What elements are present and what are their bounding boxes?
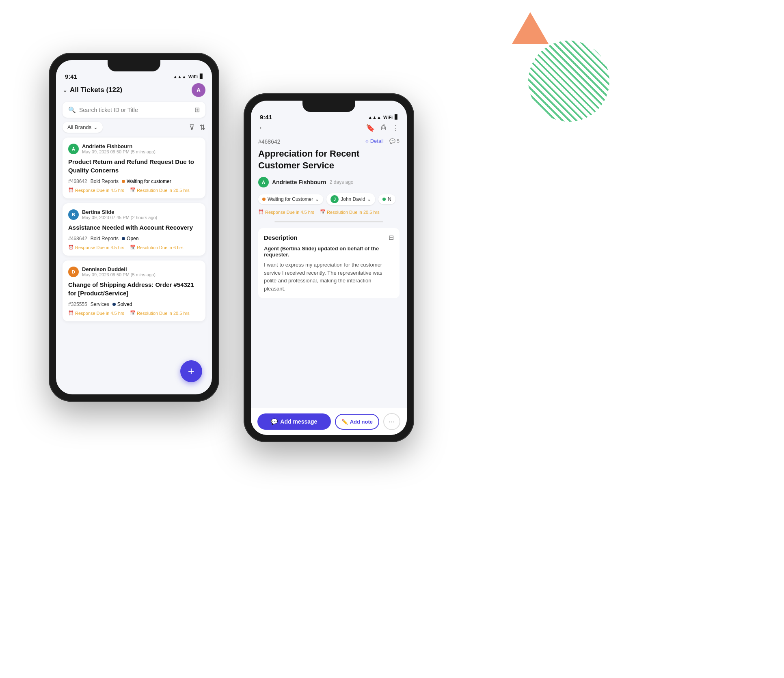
waiting-status-chip[interactable]: Waiting for Customer ⌄ [258, 194, 323, 204]
battery-icon: ▊ [200, 74, 203, 79]
extra-dot [382, 198, 386, 201]
status-dot-3 [112, 303, 116, 306]
ticket3-id: #325555 [68, 301, 87, 307]
ticket1-response-due: ⏰ Response Due in 4.5 hrs [68, 187, 124, 193]
status-dot-2 [122, 237, 125, 240]
phone2-time: 9:41 [260, 114, 272, 121]
ticket3-title: Change of Shipping Address: Order #54321… [68, 280, 200, 297]
more-options-button[interactable]: ··· [383, 413, 400, 430]
wifi-icon: WiFi [188, 74, 198, 79]
share-icon[interactable]: ⎙ [381, 123, 386, 132]
ticket-title-row: ⌄ All Tickets (122) [63, 86, 122, 94]
ticket2-user-info: Bertina Slide May 09, 2023 07:45 PM (2 h… [82, 209, 200, 220]
extra-label: N [388, 196, 391, 202]
ticket-list-header: ⌄ All Tickets (122) A [63, 82, 205, 97]
sort-icon[interactable]: ⇅ [199, 123, 205, 132]
signal-icon: ▲▲▲ [173, 74, 186, 79]
phone1-screen: 9:41 ▲▲▲ WiFi ▊ ⌄ All Tickets (122) A [56, 60, 212, 394]
ticket1-id: #468642 [68, 179, 87, 184]
brands-filter[interactable]: All Brands ⌄ [63, 122, 103, 133]
phones-container: 9:41 ▲▲▲ WiFi ▊ ⌄ All Tickets (122) A [49, 20, 414, 442]
agent-name: John David [341, 196, 365, 202]
ticket-card-2[interactable]: B Bertina Slide May 09, 2023 07:45 PM (2… [63, 203, 205, 256]
phone1-time: 9:41 [65, 73, 77, 80]
message-icon: 💬 [271, 418, 278, 425]
detail-response-due: ⏰ Response Due in 4.5 hrs [258, 209, 314, 215]
phone2-screen: 9:41 ▲▲▲ WiFi ▊ ← 🔖 ⎙ ⋮ [251, 101, 407, 435]
bookmark-icon[interactable]: 🔖 [366, 123, 375, 132]
separator [274, 221, 383, 222]
user-avatar[interactable]: A [192, 83, 205, 97]
detail-author-row: A Andriette Fishbourn 2 days ago [258, 177, 400, 187]
ticket2-title: Assistance Needed with Account Recovery [68, 223, 200, 232]
comment-count: 💬 5 [389, 138, 400, 144]
more-icon[interactable]: ⋮ [392, 123, 400, 132]
search-input[interactable] [79, 107, 191, 113]
detail-tab-row: ⟐ Detail 💬 5 [365, 138, 400, 144]
detail-author-name: Andriette Fishbourn [272, 179, 326, 185]
waiting-label: Waiting for Customer [268, 196, 313, 202]
ticket1-status: Waiting for customer [122, 179, 171, 184]
ticket2-id: #468642 [68, 236, 87, 241]
filter-icon[interactable]: ⊽ [189, 123, 194, 132]
phone1-notch [108, 60, 160, 71]
ticket2-avatar: B [68, 209, 79, 220]
detail-resolution-due: 📅 Resolution Due in 20.5 hrs [320, 209, 380, 215]
fab-button[interactable]: + [180, 360, 202, 382]
phone1-status-icons: ▲▲▲ WiFi ▊ [173, 74, 203, 79]
calendar-icon-d: 📅 [320, 209, 326, 215]
ticket1-brand: Bold Reports [91, 179, 119, 184]
ticket2-response-due: ⏰ Response Due in 4.5 hrs [68, 245, 124, 250]
ticket2-resolution-due: 📅 Resolution Due in 6 hrs [130, 245, 183, 250]
ticket1-time: May 09, 2023 09:50 PM (5 mins ago) [82, 149, 200, 154]
detail-due-row: ⏰ Response Due in 4.5 hrs 📅 Resolution D… [258, 209, 400, 215]
back-button[interactable]: ← [258, 123, 266, 132]
bottom-action-bar: 💬 Add message ✏️ Add note ··· [251, 408, 407, 432]
phone2-status-icons: ▲▲▲ WiFi ▊ [368, 114, 398, 120]
detail-ticket-number: #468642 [258, 138, 281, 145]
ticket3-username: Dennison Duddell [82, 266, 200, 272]
search-icon: 🔍 [68, 106, 76, 114]
detail-ticket-title: Appreciation for Recent Customer Service [258, 148, 400, 171]
extra-chip[interactable]: N [378, 194, 395, 204]
signal-icon-2: ▲▲▲ [368, 115, 381, 120]
ticket-card-3[interactable]: D Dennison Duddell May 09, 2023 09:50 PM… [63, 260, 205, 321]
phone2-content: ← 🔖 ⎙ ⋮ #468642 ⟐ Detail [251, 122, 407, 432]
clock-icon-3: ⏰ [68, 310, 74, 316]
phone1-content: ⌄ All Tickets (122) A 🔍 ⊞ All Brands ⌄ [56, 82, 212, 392]
detail-author-avatar: A [258, 177, 269, 187]
ticket1-avatar: A [68, 144, 79, 154]
phone-ticket-detail: 9:41 ▲▲▲ WiFi ▊ ← 🔖 ⎙ ⋮ [244, 93, 414, 442]
ticket2-status: Open [122, 236, 138, 241]
ticket1-user-info: Andriette Fishbourn May 09, 2023 09:50 P… [82, 143, 200, 154]
desc-text: I want to express my appreciation for th… [264, 261, 394, 293]
waiting-dot [262, 198, 266, 201]
calendar-icon: 📅 [130, 187, 136, 193]
ellipsis-icon: ··· [389, 418, 395, 426]
status-dot [122, 180, 125, 183]
ticket2-brand: Bold Reports [91, 236, 119, 241]
ticket3-meta: #325555 Services Solved [68, 301, 200, 307]
waiting-chevron: ⌄ [315, 196, 319, 202]
chevron-icon: ⌄ [63, 87, 67, 93]
calendar-icon-3: 📅 [130, 310, 136, 316]
ticket2-username: Bertina Slide [82, 209, 200, 215]
ticket1-meta: #468642 Bold Reports Waiting for custome… [68, 179, 200, 184]
calendar-icon-2: 📅 [130, 245, 136, 250]
clock-icon-2: ⏰ [68, 245, 74, 250]
status-label-2: Open [127, 236, 138, 241]
ticket3-status: Solved [112, 301, 132, 307]
add-note-button[interactable]: ✏️ Add note [335, 414, 379, 430]
ticket2-time: May 09, 2023 07:45 PM (2 hours ago) [82, 215, 200, 220]
grid-icon[interactable]: ⊞ [194, 106, 200, 114]
search-bar[interactable]: 🔍 ⊞ [63, 102, 205, 118]
brands-label: All Brands [67, 124, 91, 130]
ticket1-title: Product Return and Refund Request Due to… [68, 157, 200, 174]
add-message-button[interactable]: 💬 Add message [257, 413, 331, 430]
ticket3-avatar: D [68, 267, 79, 277]
ticket-card-1[interactable]: A Andriette Fishbourn May 09, 2023 09:50… [63, 138, 205, 198]
detail-tab[interactable]: ⟐ Detail [365, 138, 384, 144]
agent-chip[interactable]: J John David ⌄ [326, 193, 375, 205]
ticket3-header: D Dennison Duddell May 09, 2023 09:50 PM… [68, 266, 200, 277]
collapse-icon[interactable]: ⊟ [389, 234, 394, 241]
